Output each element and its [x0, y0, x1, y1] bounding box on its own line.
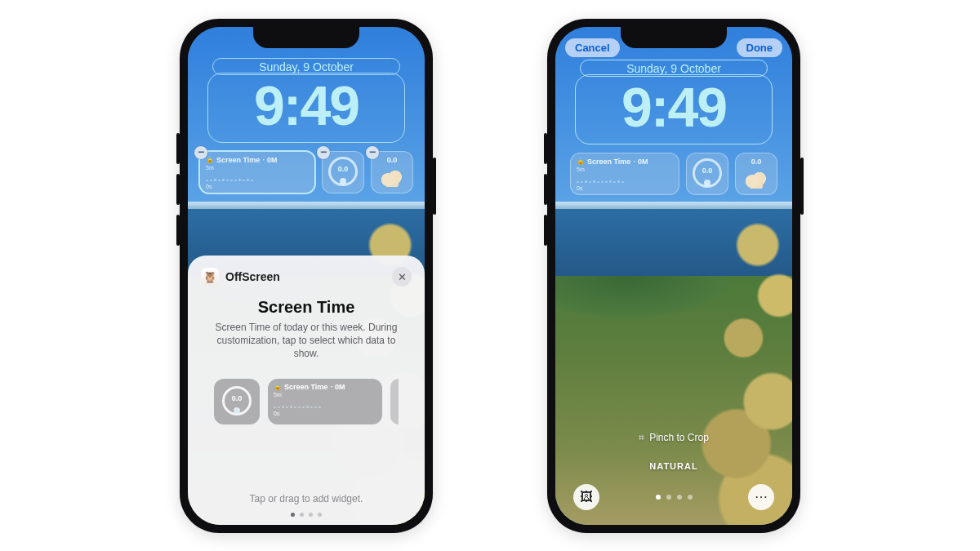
- widget-gauge[interactable]: 0.0: [686, 153, 728, 195]
- widget-picker-row[interactable]: 0.0 🔒 Screen Time · 0M 5m: [201, 379, 412, 424]
- widget-row[interactable]: − 🔒 Screen Time · 0M 5m 0s − 0.0: [199, 151, 413, 193]
- close-button[interactable]: ✕: [392, 267, 412, 287]
- widget-screen-time[interactable]: 🔒 Screen Time · 0M 5m 0s: [570, 153, 679, 195]
- sheet-hint: Tap or drag to add widget.: [201, 493, 412, 504]
- ellipsis-icon: ⋯: [755, 489, 768, 504]
- widget-bars: [577, 175, 673, 183]
- lock-icon: 🔒: [577, 158, 585, 165]
- flower-icon: [381, 169, 403, 187]
- widget-screen-time[interactable]: − 🔒 Screen Time · 0M 5m 0s: [199, 151, 315, 193]
- picker-widget-screen-time[interactable]: 🔒 Screen Time · 0M 5m 0s: [268, 379, 382, 424]
- pinch-text: Pinch to Crop: [649, 432, 709, 443]
- picker-scale-bottom: 0s: [274, 410, 376, 417]
- picker-value: 0M: [335, 383, 345, 391]
- bottom-toolbar: 🖼 ⋯: [555, 484, 792, 510]
- phone-left: Sunday, 9 October 9:49 − 🔒 Screen Time ·…: [180, 19, 433, 533]
- lockscreen-time[interactable]: 9:49: [575, 74, 773, 144]
- photo-icon: 🖼: [580, 490, 593, 504]
- page-dots: [291, 513, 322, 517]
- widget-screen-time-title: 🔒 Screen Time · 0M: [206, 156, 309, 164]
- remove-widget-icon[interactable]: −: [317, 146, 330, 159]
- widget-screen-time-value: 0M: [267, 156, 278, 164]
- cancel-button[interactable]: Cancel: [565, 38, 620, 57]
- sheet-description: Screen Time of today or this week. Durin…: [201, 321, 412, 361]
- style-label: NATURAL: [555, 461, 792, 471]
- done-button[interactable]: Done: [737, 38, 783, 57]
- widget-flower-value: 0.0: [377, 156, 407, 164]
- picker-widget-gauge[interactable]: 0.0: [214, 379, 260, 424]
- more-button[interactable]: ⋯: [748, 484, 774, 510]
- screen-left: Sunday, 9 October 9:49 − 🔒 Screen Time ·…: [188, 27, 425, 525]
- photo-picker-button[interactable]: 🖼: [573, 484, 599, 510]
- gauge-icon: 0.0: [222, 386, 252, 415]
- widget-screen-time-label: Screen Time: [587, 158, 630, 166]
- widget-screen-time-value: 0M: [638, 158, 648, 166]
- widget-gauge[interactable]: − 0.0: [322, 151, 364, 193]
- widget-scale-bottom: 0s: [206, 183, 309, 190]
- phone-right: Cancel Done Sunday, 9 October 9:49 🔒 Scr…: [547, 19, 800, 533]
- gauge-icon: 0.0: [693, 158, 722, 188]
- notch: [253, 27, 359, 48]
- widget-gauge-value: 0.0: [695, 167, 719, 175]
- remove-widget-icon[interactable]: −: [366, 146, 379, 159]
- widget-screen-time-label: Screen Time: [216, 156, 260, 164]
- picker-scale-top: 5m: [274, 391, 376, 398]
- widget-picker-sheet: 🦉 OffScreen ✕ Screen Time Screen Time of…: [188, 256, 425, 524]
- widget-flower[interactable]: − 0.0: [371, 151, 413, 193]
- widget-scale-top: 5m: [577, 166, 673, 173]
- lock-icon: 🔒: [206, 156, 214, 163]
- widget-scale-top: 5m: [206, 164, 309, 171]
- sheet-title: Screen Time: [201, 298, 412, 317]
- pinch-to-crop-label: ⌗ Pinch to Crop: [555, 432, 792, 443]
- screen-right: Cancel Done Sunday, 9 October 9:49 🔒 Scr…: [555, 27, 792, 525]
- picker-next-peek[interactable]: [390, 379, 399, 424]
- widget-gauge-value: 0.0: [331, 165, 355, 173]
- sheet-header: 🦉 OffScreen ✕: [201, 267, 412, 287]
- widget-flower[interactable]: 0.0: [735, 153, 777, 195]
- sheet-app-name: OffScreen: [225, 270, 280, 283]
- widget-flower-value: 0.0: [742, 158, 771, 166]
- picker-widget-title: 🔒 Screen Time · 0M: [274, 383, 376, 391]
- widget-bars: [206, 173, 309, 181]
- picker-label: Screen Time: [284, 383, 327, 391]
- close-icon: ✕: [398, 271, 407, 283]
- lockscreen-time[interactable]: 9:49: [207, 73, 405, 143]
- remove-widget-icon[interactable]: −: [194, 146, 207, 159]
- gauge-icon: 0.0: [328, 157, 358, 186]
- widget-row[interactable]: 🔒 Screen Time · 0M 5m 0s 0.0: [570, 153, 777, 195]
- crop-icon: ⌗: [639, 432, 644, 443]
- lock-icon: 🔒: [274, 383, 282, 390]
- style-page-dots[interactable]: [656, 495, 693, 500]
- picker-bars: [274, 400, 376, 408]
- notch: [621, 27, 727, 48]
- app-icon: 🦉: [201, 268, 219, 286]
- picker-gauge-value: 0.0: [225, 394, 249, 402]
- widget-scale-bottom: 0s: [577, 184, 673, 192]
- flower-icon: [746, 171, 767, 189]
- widget-screen-time-title: 🔒 Screen Time · 0M: [577, 158, 673, 166]
